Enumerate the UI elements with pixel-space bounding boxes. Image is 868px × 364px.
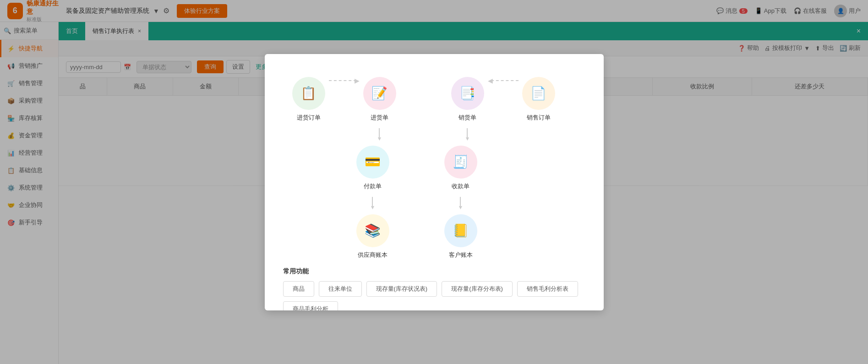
purchase-node: 📝 进货单 ▼	[363, 77, 396, 142]
payment-label: 付款单	[364, 182, 382, 190]
purchase-icon[interactable]: 📝	[363, 77, 396, 110]
modal-content: 📋 进货订单 ▶ 📝 进货单	[265, 54, 604, 310]
btn-stock-dist[interactable]: 现存量(库存分布表)	[442, 281, 513, 297]
sales-bill-icon[interactable]: 📑	[451, 77, 484, 110]
sales-bill-node: 📑 销货单 ▼	[451, 77, 484, 142]
customer-ledger-label: 客户账本	[449, 251, 473, 259]
payment-node: 💳 付款单 ▼	[356, 146, 389, 211]
btn-product-gross[interactable]: 商品毛利分析	[283, 301, 338, 310]
btn-product[interactable]: 商品	[283, 281, 314, 297]
receipt-label: 收款单	[452, 182, 469, 190]
receipt-node: 🧾 收款单 ▼	[444, 146, 477, 211]
sales-order-node: 📄 销售订单	[522, 77, 555, 122]
btn-stock-status[interactable]: 现存量(库存状况表)	[366, 281, 437, 297]
arrow-h2: ◀	[488, 77, 519, 94]
supplier-ledger-label: 供应商账本	[358, 251, 388, 259]
sales-bill-label: 销货单	[459, 114, 476, 122]
btn-sales-gross[interactable]: 销售毛利分析表	[517, 281, 578, 297]
receipt-icon[interactable]: 🧾	[444, 146, 477, 179]
customer-ledger-icon[interactable]: 📒	[444, 214, 477, 247]
purchase-order-label: 进货订单	[297, 114, 321, 122]
flow-row-3: 📚 供应商账本 📒 客户账本	[292, 214, 585, 259]
sales-order-icon[interactable]: 📄	[522, 77, 555, 110]
flow-modal: 📋 进货订单 ▶ 📝 进货单	[265, 54, 604, 310]
modal-overlay[interactable]: 📋 进货订单 ▶ 📝 进货单	[0, 0, 868, 364]
flow-row-2: 💳 付款单 ▼ 🧾	[292, 146, 585, 211]
flow-diagram: 📋 进货订单 ▶ 📝 进货单	[283, 68, 585, 264]
flow-row-1: 📋 进货订单 ▶ 📝 进货单	[292, 77, 585, 142]
common-functions-section: 常用功能 商品 往来单位 现存量(库存状况表) 现存量(库存分布表) 销售毛利分…	[283, 267, 585, 310]
purchase-label: 进货单	[371, 114, 388, 122]
supplier-ledger-node: 📚 供应商账本	[356, 214, 389, 259]
purchase-order-icon[interactable]: 📋	[292, 77, 325, 110]
purchase-order-node: 📋 进货订单	[292, 77, 325, 122]
payment-icon[interactable]: 💳	[356, 146, 389, 179]
btn-partner[interactable]: 往来单位	[319, 281, 362, 297]
common-functions-title: 常用功能	[283, 267, 585, 276]
arrow-h1: ▶	[329, 77, 360, 94]
sales-order-label: 销售订单	[527, 114, 551, 122]
customer-ledger-node: 📒 客户账本	[444, 214, 477, 259]
common-buttons-row-1: 商品 往来单位 现存量(库存状况表) 现存量(库存分布表) 销售毛利分析表 商品…	[283, 281, 585, 310]
supplier-ledger-icon[interactable]: 📚	[356, 214, 389, 247]
